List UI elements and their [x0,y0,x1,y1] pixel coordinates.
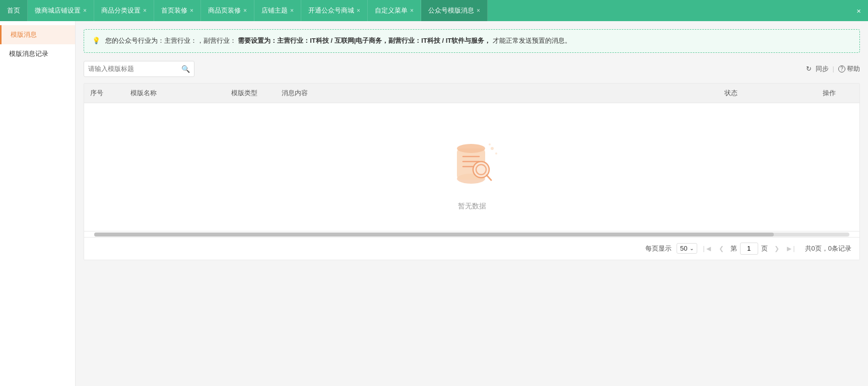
first-page-button[interactable]: ❘◀ [700,243,712,255]
svg-point-10 [495,152,497,155]
sidebar-item-template-records[interactable]: 模版消息记录 [0,44,75,63]
svg-point-2 [457,144,485,153]
sidebar-item-template-msg-label: 模版消息 [11,31,37,38]
nav-tab-template-msg[interactable]: 公众号模版消息 × [421,0,488,21]
nav-tab-home[interactable]: 首页 [0,0,28,21]
th-seq: 序号 [84,84,124,103]
pagination: 每页显示 50 ⌄ ❘◀ ❮ 第 页 ❯ ▶❘ 共0页，0条记录 [84,237,859,260]
sync-label[interactable]: 同步 [816,64,829,73]
content-area: 💡 您的公众号行业为：主营行业：，副营行业： 需要设置为：主营行业：IT科技 /… [76,21,868,386]
page-size-value: 50 [680,245,687,252]
nav-tab-homepage-deco-label: 首页装修 [161,6,187,15]
th-content: 消息内容 [276,84,718,103]
nav-tab-product-cat-label: 商品分类设置 [101,6,141,15]
help-link[interactable]: ? 帮助 [838,64,860,73]
th-status: 状态 [718,84,799,103]
sidebar-item-template-records-label: 模版消息记录 [9,50,48,57]
page-size-chevron-icon: ⌄ [690,246,694,251]
help-circle-icon: ? [838,65,845,72]
sidebar: 模版消息 模版消息记录 [0,21,76,386]
close-wechat-shop-icon[interactable]: × [83,7,87,14]
search-icon[interactable]: 🔍 [181,65,190,73]
next-page-button[interactable]: ❯ [771,243,783,255]
nav-tab-product-cat[interactable]: 商品分类设置 × [94,0,154,21]
close-all-button[interactable]: × [849,0,868,21]
th-action: 操作 [799,84,859,103]
nav-tab-open-mall-label: 开通公众号商城 [308,6,354,15]
notice-text-suffix: 才能正常发送预置的消息。 [493,37,571,44]
notice-text-prefix: 您的公众号行业为：主营行业：，副营行业： [105,37,236,44]
empty-text: 暂无数据 [458,202,486,211]
nav-tab-shop-theme[interactable]: 店铺主题 × [254,0,301,21]
top-navigation: 首页 微商城店铺设置 × 商品分类设置 × 首页装修 × 商品页装修 × 店铺主… [0,0,868,21]
nav-tab-shop-theme-label: 店铺主题 [261,6,288,15]
prev-page-button[interactable]: ❮ [715,243,727,255]
horizontal-scrollbar[interactable] [84,231,859,237]
close-template-msg-icon[interactable]: × [477,7,480,14]
main-layout: 模版消息 模版消息记录 💡 您的公众号行业为：主营行业：，副营行业： 需要设置为… [0,21,868,386]
scrollbar-thumb[interactable] [94,233,774,237]
th-name: 模版名称 [124,84,225,103]
page-size-select[interactable]: 50 ⌄ [677,243,697,254]
close-all-icon: × [856,7,861,15]
table-header: 序号 模版名称 模版类型 消息内容 状态 操作 [84,84,859,103]
close-custom-menu-icon[interactable]: × [410,7,414,14]
nav-tab-product-deco[interactable]: 商品页装修 × [201,0,254,21]
divider: | [833,65,834,72]
notice-highlight: 需要设置为：主营行业：IT科技 / 互联网|电子商务，副营行业：IT科技 / I… [238,37,491,44]
close-product-cat-icon[interactable]: × [143,7,147,14]
svg-point-9 [491,147,494,150]
nav-tab-product-deco-label: 商品页装修 [208,6,241,15]
nav-tab-wechat-shop-label: 微商城店铺设置 [35,6,81,15]
current-page-input[interactable] [740,243,758,255]
nav-tab-open-mall[interactable]: 开通公众号商城 × [301,0,368,21]
notice-icon: 💡 [92,37,100,44]
notice-box: 💡 您的公众号行业为：主营行业：，副营行业： 需要设置为：主营行业：IT科技 /… [84,29,860,53]
help-label[interactable]: 帮助 [847,64,860,73]
page-word: 第 [730,244,737,253]
empty-state: 暂无数据 [84,103,859,231]
nav-tab-home-label: 首页 [7,6,20,15]
search-input-wrap[interactable]: 🔍 [84,61,194,77]
page-label: 页 [761,244,768,253]
svg-line-8 [487,175,491,180]
close-shop-theme-icon[interactable]: × [290,7,294,14]
scrollbar-track [94,233,849,237]
search-bar: 🔍 ↻ 同步 | ? 帮助 [84,61,860,77]
close-open-mall-icon[interactable]: × [357,7,360,14]
total-label: 共0页，0条记录 [805,244,851,253]
close-homepage-deco-icon[interactable]: × [190,7,193,14]
svg-point-11 [489,143,491,145]
search-actions: ↻ 同步 | ? 帮助 [806,64,860,73]
sidebar-item-template-msg[interactable]: 模版消息 [0,25,75,44]
nav-tab-custom-menu-label: 自定义菜单 [375,6,408,15]
nav-tab-wechat-shop[interactable]: 微商城店铺设置 × [28,0,94,21]
data-table: 序号 模版名称 模版类型 消息内容 状态 操作 [84,83,860,260]
empty-illustration [442,133,502,194]
last-page-button[interactable]: ▶❘ [786,243,798,255]
nav-tab-template-msg-label: 公众号模版消息 [428,6,474,15]
sync-icon[interactable]: ↻ [806,65,812,72]
page-size-label: 每页显示 [645,244,672,253]
nav-tab-custom-menu[interactable]: 自定义菜单 × [368,0,421,21]
nav-tab-homepage-deco[interactable]: 首页装修 × [154,0,201,21]
search-input[interactable] [88,65,181,72]
close-product-deco-icon[interactable]: × [243,7,247,14]
th-type: 模版类型 [225,84,276,103]
